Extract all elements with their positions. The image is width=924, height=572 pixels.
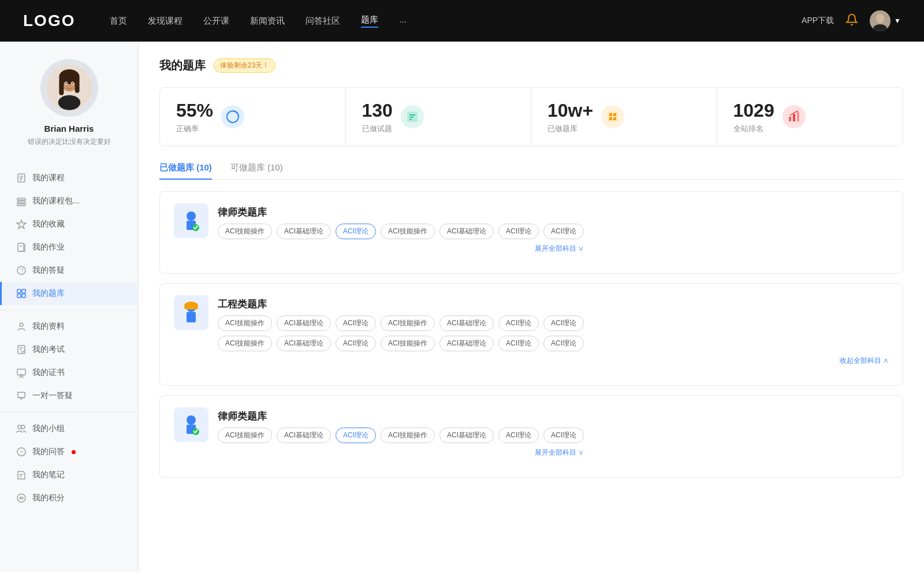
stat-questions-done-value: 130	[362, 99, 393, 121]
nav-questions[interactable]: 题库	[361, 14, 378, 28]
sidebar-label-1on1: 一对一答疑	[32, 391, 73, 401]
sidebar-label-course-pkg: 我的课程包...	[32, 196, 80, 206]
svg-point-43	[17, 494, 25, 502]
sidebar-item-homework[interactable]: 我的作业	[0, 236, 138, 259]
tag-3-1[interactable]: ACI技能操作	[218, 428, 272, 443]
user-profile: Brian Harris 错误的决定比没有决定要好	[0, 59, 138, 161]
qbank-card-1: 律师类题库 ACI技能操作 ACI基础理论 ACI理论 ACI技能操作 ACI基…	[159, 191, 903, 274]
tag-1-5[interactable]: ACI基础理论	[439, 224, 494, 239]
sidebar-item-courses[interactable]: 我的课程	[0, 166, 138, 190]
tag-3-6[interactable]: ACI理论	[498, 428, 539, 443]
tag-1-1[interactable]: ACI技能操作	[218, 224, 272, 239]
sidebar-item-qbank[interactable]: 我的题库	[0, 282, 138, 305]
tag-1-4[interactable]: ACI技能操作	[381, 224, 435, 239]
stat-accuracy: 55% 正确率	[160, 88, 346, 146]
sidebar-item-ask[interactable]: ? 我的答疑	[0, 259, 138, 282]
qbank-header-1: 律师类题库 ACI技能操作 ACI基础理论 ACI理论 ACI技能操作 ACI基…	[174, 203, 889, 254]
sidebar-item-group[interactable]: 我的小组	[0, 417, 138, 440]
user-avatar-header[interactable]: ▼	[870, 10, 901, 31]
tag-3-7[interactable]: ACI理论	[543, 428, 584, 443]
qbank-icon-2	[174, 295, 208, 330]
stat-accuracy-text: 55% 正确率	[176, 99, 213, 134]
notification-bell[interactable]	[845, 13, 858, 28]
svg-point-12	[72, 82, 73, 84]
tag-3-4[interactable]: ACI技能操作	[381, 428, 435, 443]
tab-available[interactable]: 可做题库 (10)	[230, 162, 283, 179]
avatar-image	[870, 10, 891, 31]
svg-rect-6	[59, 77, 64, 95]
qbank-title-2: 工程类题库	[218, 298, 889, 311]
tag-1-2[interactable]: ACI基础理论	[277, 224, 331, 239]
sidebar-label-ask: 我的答疑	[32, 265, 65, 276]
expand-btn-3[interactable]: 展开全部科目 ∨	[218, 448, 584, 458]
sidebar-item-profile[interactable]: 我的资料	[0, 315, 138, 338]
page-title: 我的题库	[159, 58, 206, 73]
sidebar-item-cert[interactable]: 我的证书	[0, 361, 138, 384]
tab-done[interactable]: 已做题库 (10)	[159, 162, 212, 179]
svg-rect-28	[22, 294, 25, 298]
rank-icon	[783, 105, 806, 128]
svg-text:?: ?	[20, 268, 24, 274]
nav-home[interactable]: 首页	[110, 16, 127, 27]
qbank-title-1: 律师类题库	[218, 206, 584, 219]
app-download-link[interactable]: APP下载	[802, 16, 834, 26]
sidebar-item-favorites[interactable]: 我的收藏	[0, 213, 138, 236]
sidebar-item-course-pkg[interactable]: 我的课程包...	[0, 190, 138, 213]
page-title-row: 我的题库 体验剩余23天！	[159, 58, 903, 73]
questions-done-icon	[401, 105, 424, 128]
tag-2b-5[interactable]: ACI基础理论	[439, 336, 494, 351]
svg-rect-50	[613, 113, 616, 116]
tag-2a-6[interactable]: ACI理论	[498, 315, 539, 331]
tag-2a-3[interactable]: ACI理论	[336, 315, 376, 331]
logo: LOGO	[23, 12, 75, 30]
sidebar-item-1on1[interactable]: 一对一答疑	[0, 384, 138, 407]
stat-banks-done-label: 已做题库	[547, 124, 593, 134]
nav-news[interactable]: 新闻资讯	[250, 16, 285, 27]
svg-point-8	[58, 95, 80, 110]
svg-rect-26	[22, 289, 25, 293]
tag-2b-4[interactable]: ACI技能操作	[381, 336, 435, 351]
nav-open-course[interactable]: 公开课	[203, 16, 229, 27]
tag-3-2[interactable]: ACI基础理论	[277, 428, 331, 443]
tag-2a-5[interactable]: ACI基础理论	[439, 315, 494, 331]
svg-point-63	[187, 415, 196, 425]
qbank-card-3: 律师类题库 ACI技能操作 ACI基础理论 ACI理论 ACI技能操作 ACI基…	[159, 395, 903, 478]
tag-3-3[interactable]: ACI理论	[336, 428, 376, 443]
nav-qa[interactable]: 问答社区	[305, 16, 340, 27]
svg-rect-53	[789, 117, 791, 121]
tag-1-6[interactable]: ACI理论	[498, 224, 539, 239]
nav-discover[interactable]: 发现课程	[148, 16, 182, 27]
accuracy-icon	[221, 105, 244, 128]
svg-rect-62	[184, 307, 198, 309]
expand-btn-1[interactable]: 展开全部科目 ∨	[218, 244, 584, 254]
tag-3-5[interactable]: ACI基础理论	[439, 428, 494, 443]
sidebar-item-notes[interactable]: 我的笔记	[0, 463, 138, 486]
tag-2a-4[interactable]: ACI技能操作	[381, 315, 435, 331]
user-motto: 错误的决定比没有决定要好	[12, 137, 126, 147]
tag-2b-2[interactable]: ACI基础理论	[277, 336, 331, 351]
tag-1-3[interactable]: ACI理论	[336, 224, 376, 239]
sidebar-item-points[interactable]: 我的积分	[0, 486, 138, 510]
sidebar-menu: 我的课程 我的课程包... 我的收藏	[0, 166, 138, 510]
collapse-btn-2[interactable]: 收起全部科目 ∧	[218, 356, 889, 366]
sidebar-item-exam[interactable]: 我的考试	[0, 338, 138, 361]
page-body: Brian Harris 错误的决定比没有决定要好 我的课程	[0, 42, 924, 572]
tag-2a-1[interactable]: ACI技能操作	[218, 315, 272, 331]
qbank-tags-2b: ACI技能操作 ACI基础理论 ACI理论 ACI技能操作 ACI基础理论 AC…	[218, 336, 889, 351]
tag-2a-7[interactable]: ACI理论	[543, 315, 584, 331]
tag-2b-1[interactable]: ACI技能操作	[218, 336, 272, 351]
sidebar-item-qa[interactable]: ? 我的问答	[0, 440, 138, 463]
tag-2b-6[interactable]: ACI理论	[498, 336, 539, 351]
user-name: Brian Harris	[12, 124, 126, 133]
tag-1-7[interactable]: ACI理论	[543, 224, 584, 239]
stat-accuracy-value: 55%	[176, 99, 213, 121]
svg-rect-27	[17, 294, 21, 298]
stat-accuracy-label: 正确率	[176, 124, 213, 134]
main-header: LOGO 首页 发现课程 公开课 新闻资讯 问答社区 题库 ··· APP下载 …	[0, 0, 924, 42]
tag-2a-2[interactable]: ACI基础理论	[277, 315, 331, 331]
tag-2b-7[interactable]: ACI理论	[543, 336, 584, 351]
tag-2b-3[interactable]: ACI理论	[336, 336, 376, 351]
qbank-icon-3	[174, 407, 208, 442]
sidebar-label-qa: 我的问答	[32, 447, 65, 457]
nav-more[interactable]: ···	[399, 16, 407, 26]
